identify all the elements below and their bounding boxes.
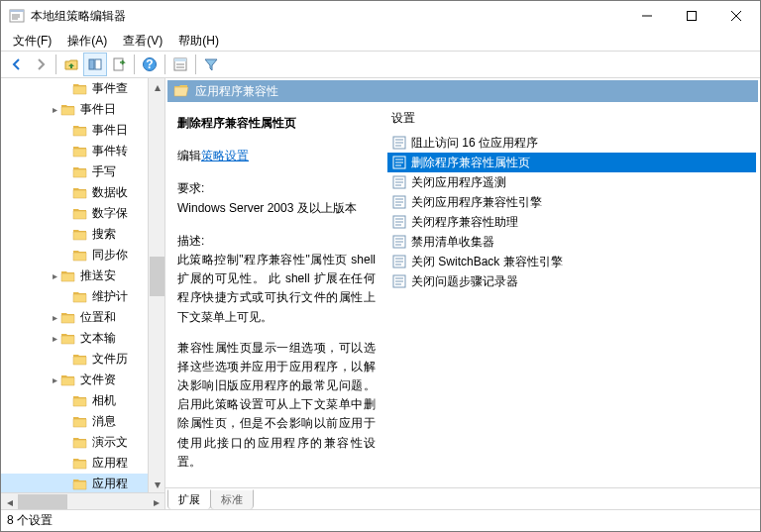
tree-item[interactable]: 搜索 — [1, 224, 164, 245]
menu-file[interactable]: 文件(F) — [5, 31, 59, 52]
tree-view[interactable]: 事件查▸事件日事件日事件转手写数据收数字保搜索同步你▸推送安维护计▸位置和▸文本… — [1, 78, 164, 492]
scroll-down-arrow[interactable]: ▾ — [149, 476, 165, 492]
folder-icon — [72, 394, 88, 408]
menu-view[interactable]: 查看(V) — [115, 31, 170, 52]
details-panel: 应用程序兼容性 删除程序兼容性属性页 编辑策略设置 要求: Windows Se… — [165, 78, 760, 509]
tree-item[interactable]: 数字保 — [1, 203, 164, 224]
close-button[interactable] — [713, 2, 758, 31]
setting-item[interactable]: 关闭程序兼容性助理 — [387, 212, 756, 232]
folder-icon — [72, 165, 88, 179]
menu-bar: 文件(F) 操作(A) 查看(V) 帮助(H) — [1, 31, 760, 51]
maximize-button[interactable] — [669, 2, 713, 31]
tab-standard[interactable]: 标准 — [210, 489, 254, 509]
tree-item[interactable]: 应用程 — [1, 453, 164, 474]
setting-label: 关闭程序兼容性助理 — [411, 214, 518, 231]
tree-item[interactable]: ▸位置和 — [1, 307, 164, 328]
tree-item[interactable]: 事件转 — [1, 141, 164, 161]
tree-item[interactable]: 消息 — [1, 411, 164, 432]
folder-icon — [72, 478, 88, 491]
tree-item[interactable]: 文件历 — [1, 349, 164, 370]
setting-item[interactable]: 阻止访问 16 位应用程序 — [387, 133, 756, 153]
tree-item-label: 相机 — [92, 392, 116, 409]
tree-item[interactable]: 事件查 — [1, 78, 164, 99]
tree-item[interactable]: ▸推送安 — [1, 266, 164, 286]
show-hide-tree-button[interactable] — [83, 53, 107, 76]
tab-extended[interactable]: 扩展 — [167, 489, 211, 509]
tree-item[interactable]: 相机 — [1, 390, 164, 411]
setting-item[interactable]: 关闭问题步骤记录器 — [387, 271, 756, 291]
scroll-up-arrow[interactable]: ▴ — [149, 78, 165, 95]
tree-expand-icon[interactable]: ▸ — [49, 374, 60, 385]
export-list-button[interactable] — [107, 53, 131, 76]
edit-policy-link[interactable]: 策略设置 — [201, 149, 249, 162]
svg-rect-1 — [10, 10, 24, 12]
tree-item[interactable]: ▸文件资 — [1, 370, 164, 390]
tree-item[interactable]: 数据收 — [1, 182, 164, 203]
folder-icon — [72, 415, 88, 429]
toolbar-separator — [164, 54, 165, 74]
tree-item-label: 同步你 — [92, 247, 128, 264]
scroll-left-arrow[interactable]: ◂ — [1, 493, 18, 510]
tree-item-label: 演示文 — [92, 434, 128, 451]
setting-item[interactable]: 禁用清单收集器 — [387, 232, 756, 252]
tree-item[interactable]: 维护计 — [1, 286, 164, 307]
folder-icon — [60, 311, 76, 325]
back-button[interactable] — [5, 53, 29, 76]
setting-item[interactable]: 关闭 SwitchBack 兼容性引擎 — [387, 252, 756, 271]
up-level-button[interactable] — [59, 53, 83, 76]
requirements-heading: 要求: — [177, 179, 376, 198]
tree-item-label: 推送安 — [80, 267, 116, 284]
menu-help[interactable]: 帮助(H) — [170, 31, 227, 52]
tree-item-label: 文本输 — [80, 330, 116, 347]
tree-vertical-scrollbar[interactable]: ▴ ▾ — [148, 78, 164, 492]
settings-heading: 设置 — [387, 108, 756, 133]
svg-text:?: ? — [146, 57, 153, 71]
tree-item[interactable]: 同步你 — [1, 245, 164, 266]
setting-label: 关闭问题步骤记录器 — [411, 273, 518, 290]
folder-icon — [72, 186, 88, 200]
tree-expand-icon[interactable]: ▸ — [49, 104, 60, 115]
menu-action[interactable]: 操作(A) — [59, 31, 115, 52]
setting-label: 关闭应用程序兼容性引擎 — [411, 194, 542, 211]
tree-item-label: 事件日 — [80, 101, 116, 118]
tree-item[interactable]: 应用程 — [1, 474, 164, 492]
scroll-thumb[interactable] — [150, 257, 164, 296]
tree-expand-icon[interactable]: ▸ — [49, 312, 60, 323]
properties-button[interactable] — [168, 53, 192, 76]
setting-item[interactable]: 关闭应用程序遥测 — [387, 172, 756, 192]
policy-setting-icon — [391, 234, 407, 250]
folder-icon — [60, 373, 76, 387]
tree-item-label: 应用程 — [92, 476, 128, 492]
details-body: 删除程序兼容性属性页 编辑策略设置 要求: Windows Server 200… — [165, 102, 760, 487]
toolbar-separator — [134, 54, 135, 74]
tree-item[interactable]: ▸文本输 — [1, 328, 164, 349]
folder-icon — [72, 436, 88, 450]
toolbar-separator — [195, 54, 196, 74]
help-button[interactable]: ? — [138, 53, 162, 76]
filter-button[interactable] — [199, 53, 223, 76]
forward-button[interactable] — [29, 53, 53, 76]
tree-item-label: 位置和 — [80, 309, 116, 326]
setting-item[interactable]: 删除程序兼容性属性页 — [387, 153, 756, 172]
scroll-thumb[interactable] — [18, 494, 67, 509]
description-column: 删除程序兼容性属性页 编辑策略设置 要求: Windows Server 200… — [167, 102, 385, 487]
description-body-1: 此策略控制"程序兼容性"属性页 shell 扩展的可见性。 此 shell 扩展… — [177, 251, 376, 327]
tree-expand-icon[interactable]: ▸ — [49, 270, 60, 281]
tree-item-label: 消息 — [92, 413, 116, 430]
window-title: 本地组策略编辑器 — [31, 8, 624, 25]
tree-item[interactable]: 手写 — [1, 161, 164, 182]
scroll-right-arrow[interactable]: ▸ — [148, 493, 164, 510]
tree-item[interactable]: 事件日 — [1, 120, 164, 141]
setting-item[interactable]: 关闭应用程序兼容性引擎 — [387, 192, 756, 212]
tree-expand-icon[interactable]: ▸ — [49, 333, 60, 344]
minimize-button[interactable] — [624, 2, 669, 31]
settings-list[interactable]: 阻止访问 16 位应用程序删除程序兼容性属性页关闭应用程序遥测关闭应用程序兼容性… — [387, 133, 756, 291]
tree-item[interactable]: 演示文 — [1, 432, 164, 453]
tree-item[interactable]: ▸事件日 — [1, 99, 164, 120]
policy-setting-icon — [391, 174, 407, 190]
title-bar: 本地组策略编辑器 — [1, 1, 760, 31]
edit-policy-row: 编辑策略设置 — [177, 147, 376, 165]
tree-horizontal-scrollbar[interactable]: ◂ ▸ — [1, 492, 164, 509]
tree-item-label: 文件资 — [80, 372, 116, 388]
tree-item-label: 应用程 — [92, 455, 128, 472]
